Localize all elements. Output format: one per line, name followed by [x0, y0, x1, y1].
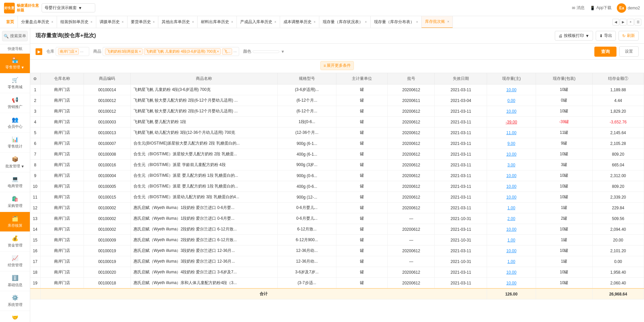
template-print-btn[interactable]: 🖨 按模板打印 ▼ [555, 31, 593, 41]
row-qty-main[interactable]: 9.00 [487, 138, 536, 149]
message-btn[interactable]: ✉ 消息 [572, 5, 585, 11]
row-qty-main[interactable]: 11.00 [487, 127, 536, 138]
product-tag-1-close[interactable]: × [139, 50, 141, 53]
sidebar-search-area: 🔍 搜索菜单 [0, 28, 30, 44]
row-amount: 1,958.40 [592, 267, 644, 278]
row-amount: 2,094.40 [592, 224, 644, 235]
tab-xiancun-status[interactable]: 现存量（库存状况表）× [319, 16, 371, 28]
sidebar-item-basic[interactable]: ℹ️ 基础信息 [0, 271, 30, 291]
row-qty-main[interactable]: 2.00 [487, 213, 536, 224]
row-batch: 20200612 [388, 246, 435, 256]
tab-yaohuo[interactable]: 要货单历史 × [127, 16, 159, 28]
tab-diaoboo[interactable]: 调拨单历史 × [96, 16, 127, 28]
warehouse-tag-close[interactable]: × [75, 50, 77, 53]
tab-xiancun-dist[interactable]: 现存量（库存分布表）× [371, 16, 422, 28]
row-qty-main[interactable]: 10.00 [487, 278, 536, 289]
query-btn[interactable]: 查询 [594, 47, 616, 57]
sidebar-item-system[interactable]: ⚙️ 系统管理 [0, 291, 30, 311]
row-code: 00100015 [84, 192, 130, 203]
row-expire: 2021-03-11 [435, 138, 487, 149]
row-name: 惠氏启赋（Wyeth illuma）亲和人体儿童配方奶粉4段（3... [130, 278, 277, 289]
row-batch: 20200612 [388, 267, 435, 278]
row-expire: 2021-03-11 [435, 192, 487, 203]
tab-zuzhuang[interactable]: 组装拆卸单历史 × [57, 16, 96, 28]
product-filter-group: 商品 飞鹤奶粉3段两提装 × 飞鹤星飞帆 儿童奶粉 4段(3-6岁适用) 700… [93, 47, 239, 56]
row-spec: 1段(0-6... [277, 117, 336, 127]
row-expire: 2021-03-11 [435, 224, 487, 235]
row-unit: 罐 [336, 106, 388, 117]
filter-expand-arrow[interactable]: ▶ [36, 48, 42, 55]
row-qty-main[interactable]: 10.00 [487, 181, 536, 192]
tab-close-all[interactable]: × [627, 19, 634, 25]
settings-btn[interactable]: 设置 [619, 46, 639, 57]
sidebar-item-collab[interactable]: 🤝 企业协同 [0, 311, 30, 322]
row-batch: — [388, 256, 435, 267]
product-tag-container[interactable]: 飞鹤奶粉3段两提装 × 飞鹤星飞帆 儿童奶粉 4段(3-6岁适用) 700克 ×… [103, 47, 239, 56]
sidebar-item-operation[interactable]: 📈 经营管理 [0, 252, 30, 271]
sidebar-item-wholesale[interactable]: 📦 批发管理 ▼ [0, 153, 30, 172]
search-menu-btn[interactable]: 🔍 搜索菜单 [2, 31, 28, 41]
sidebar-item-mall[interactable]: 🛒 零售商城 [0, 73, 30, 93]
tab-prev-arrow[interactable]: ◀ [612, 19, 619, 25]
table-row: 15 南岸门店 00100009 惠氏启赋（Wyeth illuma）2段奶粉 … [30, 235, 644, 246]
page-title: 现存量查询(按仓库+批次) [36, 32, 96, 39]
tab-menu[interactable]: ☰ [635, 19, 641, 25]
row-qty-main[interactable]: 10.00 [487, 170, 536, 181]
sidebar-item-inventory[interactable]: 🗂️ 库存核算 [0, 212, 30, 232]
sidebar-quicknav[interactable]: 快捷导航 [0, 44, 30, 54]
row-unit: 罐 [336, 170, 388, 181]
workspace-selector[interactable]: 母婴行业演示账套 ▼ [42, 3, 95, 12]
tab-chengben[interactable]: 成本调整单历史 × [280, 16, 319, 28]
row-warehouse: 南岸门店 [40, 213, 84, 224]
tab-chanpin[interactable]: 产成品入库单历史 × [237, 16, 280, 28]
row-qty-main[interactable]: 1.00 [487, 256, 536, 267]
row-code: 00100003 [84, 117, 130, 127]
tab-home[interactable]: 首页 [3, 16, 18, 28]
row-unit: 罐 [336, 95, 388, 106]
expand-icon: ≡ [323, 63, 326, 68]
row-expire: 2021-03-11 [435, 85, 487, 95]
row-qty-main[interactable]: 10.00 [487, 224, 536, 235]
tab-kucun-pici[interactable]: 库存批次账 × [422, 16, 453, 28]
table-row: 5 南岸门店 00100013 飞鹤星飞帆 幼儿配方奶粉 3段(12-36个月幼… [30, 127, 644, 138]
table-row: 2 南岸门店 00100012 飞鹤星飞帆 较大婴儿配方奶粉 2段(6-12个月… [30, 95, 644, 106]
warehouse-tag-container[interactable]: 南岸门店 × ··· [56, 47, 89, 56]
row-qty-main[interactable]: 10.00 [487, 85, 536, 95]
row-no: 18 [30, 267, 40, 278]
row-qty-main[interactable]: 10.00 [487, 267, 536, 278]
row-qty-main[interactable]: 10.00 [487, 149, 536, 160]
row-spec: (3-7步适... [277, 278, 336, 289]
row-unit: 罐 [336, 224, 388, 235]
user-avatar[interactable]: Ea demo2 [617, 3, 640, 13]
app-download-btn[interactable]: 📱 App下载 [590, 5, 611, 11]
row-qty-main[interactable]: 10.00 [487, 192, 536, 203]
sidebar: 🔍 搜索菜单 快捷导航 🏪 零售管理 ▼ 🛒 零售商城 📢 营销推广 👥 会员中… [0, 28, 30, 322]
row-spec: 0-6月婴儿... [277, 203, 336, 213]
tab-next-arrow[interactable]: ▶ [620, 19, 627, 25]
refresh-btn[interactable]: ↻ 刷新 [619, 31, 639, 41]
sidebar-item-retail-stats[interactable]: 📊 零售统计 [0, 133, 30, 153]
product-tag-2-close[interactable]: × [217, 50, 219, 53]
sidebar-item-ecommerce[interactable]: 💻 电商管理 [0, 172, 30, 192]
sidebar-item-purchase[interactable]: 🛍️ 采购管理 [0, 192, 30, 212]
expand-more-btn[interactable]: ≡ 展开更多条件 [320, 61, 354, 70]
tab-qitachuku[interactable]: 其他出库单历史 × [158, 16, 198, 28]
tab-cailiao[interactable]: 材料出库单历史 × [198, 16, 237, 28]
logo-area: 好生意 畅捷通好生意 标题 [4, 3, 39, 13]
row-qty-main[interactable]: 0.00 [487, 95, 536, 106]
row-qty-main[interactable]: 10.00 [487, 246, 536, 256]
row-warehouse: 南岸门店 [40, 267, 84, 278]
tab-fenliang[interactable]: 分量盘点单历史 × [18, 16, 57, 28]
row-qty-main[interactable]: 1.00 [487, 235, 536, 246]
sidebar-item-marketing[interactable]: 📢 营销推广 [0, 93, 30, 113]
row-warehouse: 南岸门店 [40, 235, 84, 246]
sidebar-item-retail[interactable]: 🏪 零售管理 ▼ [0, 54, 30, 73]
row-qty-main[interactable]: -39.00 [487, 117, 536, 127]
sidebar-item-member[interactable]: 👥 会员中心 [0, 113, 30, 133]
row-qty-main[interactable]: 1.00 [487, 203, 536, 213]
sidebar-item-finance[interactable]: 💰 资金管理 [0, 232, 30, 252]
row-qty-main[interactable]: 10.00 [487, 106, 536, 117]
color-tag-container[interactable] [253, 50, 279, 53]
export-btn[interactable]: ⬇ 导出 [596, 31, 616, 41]
row-qty-main[interactable]: 3.00 [487, 160, 536, 170]
